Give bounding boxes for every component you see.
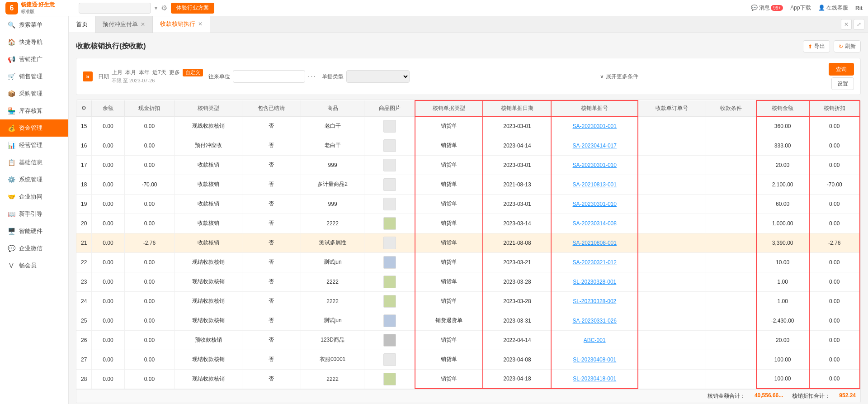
doc-no-link[interactable]: ABC-001	[584, 337, 606, 343]
cell-goods: 测试jun	[301, 252, 364, 272]
th-writeoff-type: 核销类型	[175, 100, 242, 116]
doc-no-link[interactable]: SA-20230314-008	[573, 220, 617, 227]
cell-doc-no[interactable]: SA-20230414-017	[551, 136, 638, 155]
sidebar-item-guide[interactable]: 📖 新手引导	[0, 205, 68, 223]
cell-writeoff-amount: 20.00	[756, 330, 809, 350]
trial-button[interactable]: 体验行业方案	[171, 3, 214, 14]
cell-doc-no[interactable]: SA-20230301-010	[551, 194, 638, 214]
cell-writeoff-amount: 100.00	[756, 350, 809, 369]
content-area: 首页 预付冲应付单 ✕ 收款核销执行 ✕ ✕ ⤢ 收款核销执行(按收款)	[69, 16, 868, 404]
query-button[interactable]: 查询	[829, 63, 854, 76]
date-custom[interactable]: 自定义	[183, 69, 203, 76]
cell-goods-image	[364, 330, 415, 350]
sidebar-item-inventory[interactable]: 🏪 库存核算	[0, 102, 68, 119]
cell-doc-no[interactable]: SA-20230331-026	[551, 311, 638, 330]
doc-no-link[interactable]: SL-20230328-002	[573, 298, 616, 304]
online-service[interactable]: 👤 在线客服	[818, 4, 848, 12]
cell-doc-no[interactable]: SA-20230321-012	[551, 252, 638, 272]
cell-receipt-no	[638, 369, 706, 389]
cell-receipt-terms	[706, 272, 756, 291]
doc-no-link[interactable]: SA-20210813-001	[573, 181, 617, 188]
sidebar-item-system[interactable]: ⚙️ 系统管理	[0, 171, 68, 188]
cell-writeoff-type: 现结收款核销	[175, 369, 242, 389]
cell-writeoff-amount: 3,390.00	[756, 233, 809, 252]
sidebar-item-marketing[interactable]: 📢 营销推广	[0, 51, 68, 68]
cell-writeoff-amount: 20.00	[756, 155, 809, 175]
cell-doc-no[interactable]: SL-20230328-002	[551, 291, 638, 311]
doc-no-link[interactable]: SA-20230321-012	[573, 259, 617, 266]
sidebar-item-quick-nav[interactable]: 🏠 快捷导航	[0, 33, 68, 51]
doc-no-link[interactable]: SA-20210808-001	[573, 240, 617, 246]
tab-close-btn[interactable]: ✕	[841, 19, 852, 30]
date-this-year[interactable]: 本年	[139, 69, 150, 76]
setting-button[interactable]: 设置	[831, 77, 854, 90]
partner-label: 往来单位	[208, 73, 230, 81]
tab-writeoff-close[interactable]: ✕	[198, 21, 203, 27]
sidebar-item-purchase[interactable]: 📦 采购管理	[0, 85, 68, 102]
sidebar-item-wechat[interactable]: 💬 企业微信	[0, 240, 68, 257]
notifications-badge: 99+	[771, 5, 783, 11]
doc-no-link[interactable]: SA-20230414-017	[573, 143, 617, 149]
top-search-input[interactable]	[79, 3, 151, 14]
cell-doc-no[interactable]: SA-20230314-008	[551, 214, 638, 233]
sidebar-item-management[interactable]: 📊 经营管理	[0, 137, 68, 154]
settings-icon[interactable]: ⚙	[161, 4, 167, 12]
cell-balance: 0.00	[92, 155, 124, 175]
doc-no-link[interactable]: SA-20230301-001	[573, 123, 617, 129]
tab-fullscreen-btn[interactable]: ⤢	[854, 19, 864, 30]
enterprise-icon: 🤝	[7, 193, 15, 201]
tab-home[interactable]: 首页	[69, 16, 95, 33]
sidebar-item-vip[interactable]: V 畅会员	[0, 257, 68, 274]
cell-goods-image	[364, 350, 415, 369]
cell-doc-no[interactable]: SL-20230328-001	[551, 272, 638, 291]
cell-doc-no[interactable]: SA-20210808-001	[551, 233, 638, 252]
notifications[interactable]: 💬 消息99+	[751, 4, 783, 12]
doc-no-link[interactable]: SA-20230301-010	[573, 201, 617, 207]
export-button[interactable]: ⬆ 导出	[803, 40, 830, 52]
cell-doc-no[interactable]: SL-20230408-001	[551, 350, 638, 369]
cell-doc-type: 销货单	[415, 155, 483, 175]
cell-id: 16	[76, 136, 92, 155]
sidebar-item-sales[interactable]: 🛒 销售管理	[0, 68, 68, 85]
cell-doc-date: 2023-03-28	[483, 291, 551, 311]
doc-type-select[interactable]	[346, 70, 410, 83]
partner-input[interactable]	[233, 70, 305, 83]
tab-writeoff[interactable]: 收款核销执行 ✕	[153, 16, 210, 33]
sidebar-item-enterprise[interactable]: 🤝 企业协同	[0, 188, 68, 205]
cell-doc-no[interactable]: SA-20230301-001	[551, 116, 638, 136]
dropdown-icon[interactable]: ▾	[155, 5, 157, 11]
date-7-days[interactable]: 近7天	[152, 69, 166, 76]
date-links: 上月 本月 本年 近7天 更多 自定义	[112, 69, 203, 76]
cell-doc-date: 2022-04-14	[483, 330, 551, 350]
cell-doc-no[interactable]: SA-20210813-001	[551, 175, 638, 194]
refresh-button[interactable]: ↻ 刷新	[834, 40, 861, 52]
filter-expand-button[interactable]: »	[83, 71, 93, 81]
sidebar-item-hardware[interactable]: 🖥️ 智能硬件	[0, 223, 68, 240]
tab-advance-close[interactable]: ✕	[141, 21, 145, 28]
cell-doc-no[interactable]: ABC-001	[551, 330, 638, 350]
sidebar-label-marketing: 营销推广	[19, 55, 42, 63]
date-this-month[interactable]: 本月	[125, 69, 136, 76]
doc-no-link[interactable]: SL-20230328-001	[573, 279, 616, 285]
doc-no-link[interactable]: SA-20230331-026	[573, 318, 617, 324]
sidebar-item-basic[interactable]: 📋 基础信息	[0, 154, 68, 171]
user-name[interactable]: Rit	[855, 5, 863, 11]
cell-receipt-terms	[706, 155, 756, 175]
cell-goods: 999	[301, 194, 364, 214]
expand-conditions-btn[interactable]: ∨ 展开更多条件	[600, 73, 638, 81]
cell-doc-no[interactable]: SA-20230301-010	[551, 155, 638, 175]
tab-advance-label: 预付冲应付单	[103, 20, 138, 29]
tab-advance[interactable]: 预付冲应付单 ✕	[95, 16, 153, 33]
doc-no-link[interactable]: SL-20230418-001	[573, 375, 616, 382]
date-more[interactable]: 更多	[169, 69, 180, 76]
th-settings[interactable]: ⚙	[76, 100, 92, 116]
partner-dots[interactable]: ···	[308, 72, 316, 81]
doc-no-link[interactable]: SL-20230408-001	[573, 356, 616, 363]
sidebar-item-search-menu[interactable]: 🔍 搜索菜单	[0, 16, 68, 33]
app-download[interactable]: App下载	[790, 4, 811, 12]
footer-total-amount: 40,556,66...	[755, 392, 783, 400]
date-last-month[interactable]: 上月	[112, 69, 123, 76]
doc-no-link[interactable]: SA-20230301-010	[573, 162, 617, 168]
sidebar-item-finance[interactable]: 💰 资金管理	[0, 119, 68, 137]
cell-doc-no[interactable]: SL-20230418-001	[551, 369, 638, 389]
